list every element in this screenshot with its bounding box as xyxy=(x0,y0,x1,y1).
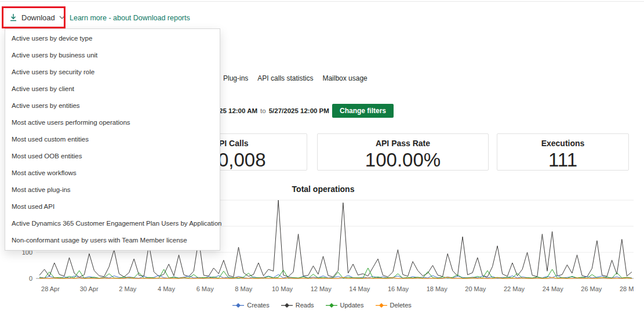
svg-text:30 Apr: 30 Apr xyxy=(80,285,99,292)
menu-item[interactable]: Most active workflows xyxy=(5,165,220,182)
legend-marker-icon xyxy=(376,303,387,308)
svg-text:8 May: 8 May xyxy=(235,285,252,292)
tab-api-calls-statistics[interactable]: API calls statistics xyxy=(257,74,313,82)
chart-legend: CreatesReadsUpdatesDeletes xyxy=(0,302,644,309)
svg-text:14 May: 14 May xyxy=(349,285,370,292)
legend-label: Deletes xyxy=(390,302,412,309)
menu-item[interactable]: Active users by device type xyxy=(5,30,220,47)
kpi-card-title: Executions xyxy=(497,139,628,148)
svg-text:22 May: 22 May xyxy=(504,285,525,292)
change-filters-button[interactable]: Change filters xyxy=(332,104,394,118)
tab-mailbox-usage[interactable]: Mailbox usage xyxy=(322,74,367,82)
date-range: 25 12:00 AM to 5/27/2025 12:00 PM xyxy=(219,107,329,114)
kpi-card-executions: Executions 111 xyxy=(497,133,629,171)
chevron-down-icon xyxy=(59,16,65,19)
svg-text:16 May: 16 May xyxy=(388,285,409,292)
kpi-card-api-pass-rate: API Pass Rate 100.00% xyxy=(317,133,489,171)
svg-text:28 May: 28 May xyxy=(620,285,634,292)
svg-text:26 May: 26 May xyxy=(581,285,602,292)
menu-item[interactable]: Most used custom entities xyxy=(5,131,220,148)
menu-item[interactable]: Active users by entities xyxy=(5,97,220,114)
learn-more-link[interactable]: Learn more - about Download reports xyxy=(70,14,190,22)
menu-item[interactable]: Active users by client xyxy=(5,81,220,97)
menu-item[interactable]: Active users by business unit xyxy=(5,47,220,64)
legend-marker-icon xyxy=(281,303,293,308)
svg-text:24 May: 24 May xyxy=(543,285,564,292)
menu-item[interactable]: Most active plug-ins xyxy=(5,182,220,198)
menu-item[interactable]: Non-conformant usage by users with Team … xyxy=(5,232,220,249)
legend-item-creates: Creates xyxy=(232,302,270,309)
download-button-label: Download xyxy=(21,13,55,22)
legend-item-deletes: Deletes xyxy=(376,302,412,309)
tab-bar: Plug-ins API calls statistics Mailbox us… xyxy=(223,74,368,82)
svg-text:2 May: 2 May xyxy=(119,285,136,292)
download-menu: Active users by device typeActive users … xyxy=(5,28,220,251)
menu-item[interactable]: Active Dynamics 365 Customer Engagement … xyxy=(5,215,220,232)
svg-text:0: 0 xyxy=(29,275,32,282)
date-range-separator: to xyxy=(260,107,266,114)
legend-label: Reads xyxy=(296,302,314,309)
kpi-card-value: 111 xyxy=(497,150,628,169)
download-icon xyxy=(9,13,17,21)
menu-item[interactable]: Most used OOB entities xyxy=(5,148,220,165)
svg-text:18 May: 18 May xyxy=(427,285,448,292)
legend-marker-icon xyxy=(326,303,337,308)
tab-plug-ins[interactable]: Plug-ins xyxy=(223,74,248,82)
download-button[interactable]: Download xyxy=(6,9,68,26)
date-range-start: 25 12:00 AM xyxy=(219,107,257,114)
svg-text:12 May: 12 May xyxy=(311,285,332,292)
menu-item[interactable]: Active users by security role xyxy=(5,64,220,81)
legend-label: Updates xyxy=(340,302,364,309)
svg-text:20 May: 20 May xyxy=(465,285,486,292)
svg-text:10 May: 10 May xyxy=(272,285,293,292)
kpi-card-value: 100.00% xyxy=(318,150,488,169)
svg-text:28 Apr: 28 Apr xyxy=(41,285,60,292)
menu-item[interactable]: Most active users performing operations xyxy=(5,114,220,131)
svg-text:4 May: 4 May xyxy=(158,285,175,292)
date-range-end: 5/27/2025 12:00 PM xyxy=(269,107,329,114)
top-divider xyxy=(0,1,644,2)
legend-label: Creates xyxy=(247,302,270,309)
legend-item-updates: Updates xyxy=(326,302,364,309)
kpi-card-title: API Pass Rate xyxy=(318,139,488,148)
svg-text:6 May: 6 May xyxy=(197,285,214,292)
legend-marker-icon xyxy=(232,303,244,308)
legend-item-reads: Reads xyxy=(281,302,314,309)
menu-item[interactable]: Most used API xyxy=(5,198,220,215)
analytics-page: Download Learn more - about Download rep… xyxy=(0,0,644,326)
